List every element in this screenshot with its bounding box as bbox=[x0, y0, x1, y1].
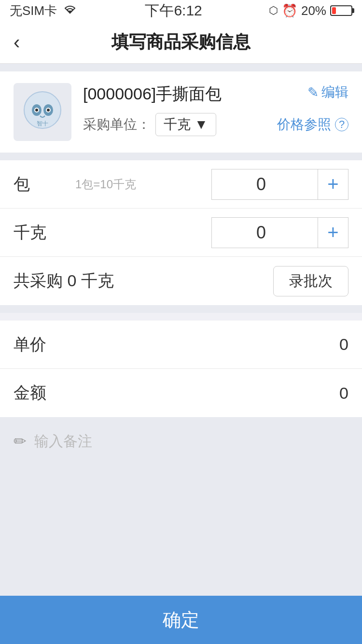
location-icon: ⬡ bbox=[269, 4, 278, 17]
info-section: 单价 0 金额 0 bbox=[0, 321, 362, 417]
back-button[interactable]: ‹ bbox=[14, 31, 20, 53]
product-name-row: [0000006]手撕面包 ✎ 编辑 bbox=[83, 83, 348, 105]
amount-label: 金额 bbox=[14, 382, 46, 404]
status-time: 下午6:12 bbox=[145, 1, 202, 21]
content-spacer bbox=[0, 465, 362, 610]
product-logo: 智十 bbox=[23, 91, 62, 134]
product-info: [0000006]手撕面包 ✎ 编辑 采购单位： 千克 ▼ 价格参照 ? bbox=[83, 83, 348, 136]
product-card: 智十 [0000006]手撕面包 ✎ 编辑 采购单位： 千克 ▼ bbox=[0, 71, 362, 153]
kg-label: 千克 bbox=[14, 222, 71, 244]
alarm-icon: ⏰ bbox=[282, 3, 297, 18]
confirm-label: 确定 bbox=[163, 608, 199, 632]
product-name: [0000006]手撕面包 bbox=[83, 83, 222, 105]
pack-control: + bbox=[211, 169, 348, 200]
edit-icon: ✎ bbox=[307, 84, 319, 100]
battery-pct: 20% bbox=[301, 3, 326, 18]
svg-text:智十: 智十 bbox=[37, 120, 48, 127]
help-icon: ? bbox=[335, 118, 348, 131]
svg-point-5 bbox=[35, 109, 38, 112]
nav-bar: ‹ 填写商品采购信息 bbox=[0, 21, 362, 64]
price-reference-button[interactable]: 价格参照 ? bbox=[277, 115, 348, 134]
pack-input[interactable] bbox=[211, 169, 318, 200]
kg-plus-button[interactable]: + bbox=[318, 217, 348, 248]
unit-prefix: 采购单位： bbox=[83, 115, 151, 134]
chevron-down-icon: ▼ bbox=[195, 117, 208, 132]
confirm-button[interactable]: 确定 bbox=[0, 596, 362, 644]
product-unit-row: 采购单位： 千克 ▼ 价格参照 ? bbox=[83, 113, 348, 136]
status-right: ⬡ ⏰ 20% bbox=[269, 3, 352, 18]
kg-control: + bbox=[211, 217, 348, 248]
pack-sublabel: 1包=10千克 bbox=[75, 177, 136, 192]
unit-price-label: 单价 bbox=[14, 334, 46, 356]
divider-top bbox=[0, 64, 362, 71]
total-row: 共采购 0 千克 录批次 bbox=[0, 257, 362, 305]
total-label: 共采购 0 千克 bbox=[14, 270, 114, 292]
divider-mid2 bbox=[0, 305, 362, 313]
unit-dropdown[interactable]: 千克 ▼ bbox=[155, 113, 216, 136]
unit-selector: 采购单位： 千克 ▼ bbox=[83, 113, 216, 136]
remark-placeholder: 输入备注 bbox=[34, 432, 92, 451]
kg-row: 千克 + bbox=[0, 209, 362, 257]
amount-value: 0 bbox=[339, 384, 348, 403]
record-batch-button[interactable]: 录批次 bbox=[273, 266, 348, 296]
pencil-icon: ✏ bbox=[14, 432, 27, 450]
kg-input[interactable] bbox=[211, 217, 318, 248]
status-bar: 无SIM卡 下午6:12 ⬡ ⏰ 20% bbox=[0, 0, 362, 21]
page-title: 填写商品采购信息 bbox=[111, 30, 251, 54]
pack-label: 包 bbox=[14, 173, 71, 196]
wifi-icon bbox=[62, 3, 78, 18]
remark-section[interactable]: ✏ 输入备注 bbox=[0, 417, 362, 465]
status-left: 无SIM卡 bbox=[10, 2, 78, 19]
unit-price-row: 单价 0 bbox=[0, 321, 362, 369]
pack-plus-button[interactable]: + bbox=[318, 169, 348, 200]
product-thumbnail: 智十 bbox=[14, 83, 71, 141]
amount-row: 金额 0 bbox=[0, 369, 362, 417]
carrier-label: 无SIM卡 bbox=[10, 2, 57, 19]
unit-price-value: 0 bbox=[339, 335, 348, 354]
pack-row: 包 1包=10千克 + bbox=[0, 160, 362, 209]
svg-point-6 bbox=[47, 109, 50, 112]
quantity-section: 包 1包=10千克 + 千克 + bbox=[0, 160, 362, 257]
edit-button[interactable]: ✎ 编辑 bbox=[307, 83, 348, 101]
battery-icon bbox=[330, 5, 352, 16]
divider-mid bbox=[0, 153, 362, 160]
